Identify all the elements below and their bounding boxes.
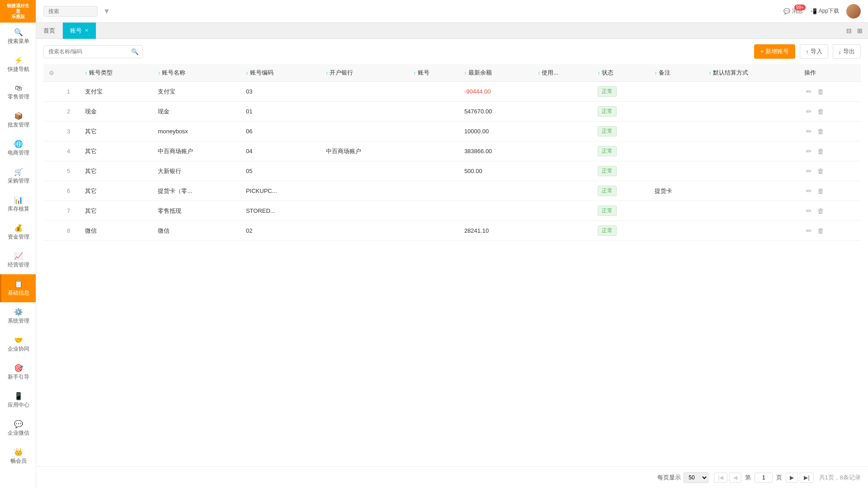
col-opening-bank-label: 开户银行 (330, 69, 353, 76)
delete-button[interactable]: 🗑 (816, 107, 826, 116)
sidebar-item-purchase-mgmt[interactable]: 🛒 采购管理 (0, 162, 36, 190)
col-account-name[interactable]: ↕ 账号名称 (152, 64, 241, 82)
sidebar-item-enterprise-wechat[interactable]: 💬 企业微信 (0, 414, 36, 442)
tab-close-icon[interactable]: ✕ (85, 28, 89, 33)
sidebar-item-app-center[interactable]: 📱 应用中心 (0, 386, 36, 414)
cell-status: 正常 (592, 122, 649, 141)
cell-type: 其它 (80, 141, 152, 161)
delete-button[interactable]: 🗑 (816, 226, 826, 235)
sidebar-item-quick-nav[interactable]: ⚡ 快捷导航 (0, 51, 36, 79)
sidebar-item-operations-mgmt[interactable]: 📈 经营管理 (0, 246, 36, 274)
sidebar-item-system-mgmt[interactable]: ⚙️ 系统管理 (0, 302, 36, 330)
edit-button[interactable]: ✏ (804, 206, 814, 216)
cell-default-settlement (703, 181, 799, 201)
delete-button[interactable]: 🗑 (816, 87, 826, 96)
search-button[interactable]: 🔍 (127, 46, 142, 58)
sidebar-item-wholesale-mgmt[interactable]: 📦 批发管理 (0, 106, 36, 134)
edit-button[interactable]: ✏ (804, 87, 814, 97)
cell-type: 其它 (80, 161, 152, 181)
sort-asc-icon: ↕ (85, 70, 87, 75)
sidebar-item-enterprise-agreement[interactable]: 🤝 企业协同 (0, 330, 36, 358)
sidebar-item-ecommerce-mgmt[interactable]: 🌐 电商管理 (0, 134, 36, 162)
delete-button[interactable]: 🗑 (816, 127, 826, 136)
col-remark-label: 备注 (659, 69, 670, 76)
tab-accounts[interactable]: 账号 ✕ (63, 23, 96, 39)
export-button[interactable]: ↓ 导出 (833, 44, 861, 59)
page-size-dropdown[interactable]: 50 10 20 100 (684, 472, 708, 483)
sidebar-item-newcomer-guide[interactable]: 🎯 新手引导 (0, 358, 36, 386)
edit-button[interactable]: ✏ (804, 166, 814, 176)
page-last-button[interactable]: ▶| (800, 473, 813, 483)
sidebar-item-retail-mgmt[interactable]: 🛍 零售管理 (0, 79, 36, 106)
user-avatar[interactable] (846, 4, 861, 19)
col-latest-balance-label: 最新余额 (468, 69, 492, 76)
import-button[interactable]: ↑ 导入 (800, 44, 828, 59)
tab-expand-icon[interactable]: ⊞ (855, 25, 864, 36)
col-account-type[interactable]: ↕ 账号类型 (80, 64, 152, 82)
cell-code: 06 (241, 122, 321, 141)
import-label: 导入 (811, 47, 822, 56)
col-usage[interactable]: ↕ 使用... (533, 64, 592, 82)
sidebar-item-label: 资金管理 (8, 233, 29, 241)
messages-button[interactable]: 💬 消息 99+ (783, 7, 803, 15)
topbar-dropdown-icon[interactable]: ▼ (103, 7, 110, 15)
table-header-row: ⚙ ↕ 账号类型 ↕ 账号名称 ↕ 账号编码 (43, 64, 861, 82)
topbar-search-input[interactable] (43, 6, 98, 17)
cell-remark (649, 161, 703, 181)
add-account-button[interactable]: + 新增账号 (754, 44, 795, 59)
cell-default-settlement (703, 141, 799, 161)
sidebar-item-inventory-check[interactable]: 📊 库存核算 (0, 190, 36, 218)
app-download-button[interactable]: 📲 App下载 (810, 7, 839, 15)
edit-button[interactable]: ✏ (804, 226, 814, 236)
col-account[interactable]: ↕ 账号 (408, 64, 459, 82)
tab-home[interactable]: 首页 (36, 23, 63, 39)
cell-bank (321, 181, 409, 201)
col-row-num (61, 64, 80, 82)
sidebar-item-basic-info[interactable]: 📋 基础信息 (0, 274, 36, 302)
delete-button[interactable]: 🗑 (816, 186, 826, 196)
page-input[interactable] (755, 473, 773, 483)
cell-actions: ✏ 🗑 (799, 181, 861, 201)
col-settings[interactable]: ⚙ (43, 64, 61, 82)
status-badge: 正常 (598, 86, 617, 97)
cell-status: 正常 (592, 181, 649, 201)
enterprise-icon: 🤝 (14, 336, 23, 344)
delete-button[interactable]: 🗑 (816, 206, 826, 216)
edit-button[interactable]: ✏ (804, 186, 814, 196)
page-first-button[interactable]: |◀ (714, 473, 727, 483)
pagination: 每页显示 50 10 20 100 |◀ ◀ 第 页 ▶ ▶| 共1页，8条记录 (36, 466, 868, 488)
logo: 畅捷通好生意乐惠版 (0, 0, 36, 23)
export-label: 导出 (843, 47, 855, 56)
col-account-code[interactable]: ↕ 账号编码 (241, 64, 321, 82)
sidebar-item-capital-mgmt[interactable]: 💰 资金管理 (0, 218, 36, 246)
page-next-button[interactable]: ▶ (786, 473, 798, 483)
tab-minimize-icon[interactable]: ⊟ (844, 25, 854, 36)
col-remark[interactable]: ↕ 备注 (649, 64, 703, 82)
cell-type: 其它 (80, 181, 152, 201)
sidebar-item-vip-member[interactable]: 👑 畅会员 (0, 442, 36, 470)
col-default-settlement[interactable]: ↕ 默认结算方式 (703, 64, 799, 82)
cell-status: 正常 (592, 141, 649, 161)
sidebar-item-search-menu[interactable]: 🔍 搜索菜单 (0, 23, 36, 51)
cell-settings (43, 161, 61, 181)
cell-code: PICKUPC... (241, 181, 321, 201)
inventory-icon: 📊 (14, 196, 23, 204)
col-latest-balance[interactable]: ↕ 最新余额 (459, 64, 533, 82)
col-status[interactable]: ↕ 状态 (592, 64, 649, 82)
delete-button[interactable]: 🗑 (816, 166, 826, 176)
edit-button[interactable]: ✏ (804, 146, 814, 156)
edit-button[interactable]: ✏ (804, 107, 814, 117)
cell-actions: ✏ 🗑 (799, 82, 861, 102)
cell-code: 03 (241, 82, 321, 102)
settings-icon[interactable]: ⚙ (49, 70, 54, 76)
cell-actions: ✏ 🗑 (799, 102, 861, 122)
col-opening-bank[interactable]: ↕ 开户银行 (321, 64, 409, 82)
system-icon: ⚙️ (14, 308, 23, 316)
delete-button[interactable]: 🗑 (816, 146, 826, 156)
edit-button[interactable]: ✏ (804, 127, 814, 136)
cell-default-settlement (703, 122, 799, 141)
cell-code: 02 (241, 221, 321, 241)
sidebar-item-label: 搜索菜单 (8, 38, 29, 45)
search-input[interactable] (44, 46, 127, 57)
page-prev-button[interactable]: ◀ (729, 473, 741, 483)
